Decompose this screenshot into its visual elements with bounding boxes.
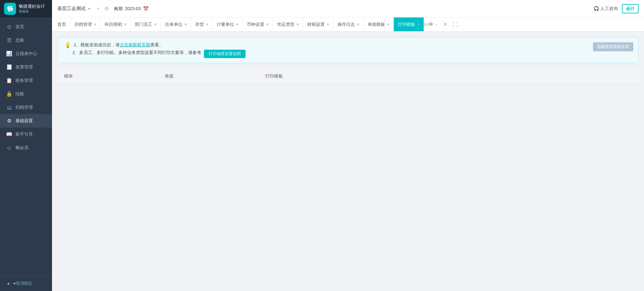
sidebar-label-checkout: 结账	[15, 91, 24, 97]
period-label: 账期	[114, 6, 123, 12]
pin-icon: ◄	[6, 281, 10, 286]
logo-name: 畅捷通好会计	[19, 4, 45, 9]
tab-close-inventory[interactable]: ×	[206, 22, 208, 27]
tab-operation-log[interactable]: 操作日志×	[333, 17, 364, 32]
settings-icon[interactable]: ⚙	[104, 6, 109, 12]
print-scene-button[interactable]: 打印场景设置说明	[204, 50, 246, 58]
ledger-icon: ☰	[6, 37, 12, 43]
tab-unit[interactable]: 计量单位×	[213, 17, 243, 32]
tab-currency[interactable]: 币种设置×	[243, 17, 273, 32]
tab-close-print-template[interactable]: ×	[417, 22, 420, 27]
tab-close-unit[interactable]: ×	[236, 22, 238, 27]
chevron-down-icon: ▾	[88, 6, 90, 11]
close-all-tabs-button[interactable]: ✕	[440, 17, 450, 32]
info-row-1: 💡 1、模板添加成功后，请 点击刷新新页面 查看。	[64, 42, 632, 48]
tab-subject-init[interactable]: 科目期初×	[101, 17, 131, 32]
tab-archive-mgmt[interactable]: 归档管理×	[70, 17, 101, 32]
info-panel: 💡 1、模板添加成功后，请 点击刷新新页面 查看。 2、多员工、多打印机、多种业…	[57, 37, 639, 63]
tab-label-single-template: 单据模板	[368, 21, 385, 28]
sidebar-item-invoice[interactable]: 🧾发票管理	[0, 60, 52, 74]
tab-close-subject-init[interactable]: ×	[124, 22, 126, 27]
sidebar: 畅 畅捷通好会计 旗舰版 ⊙首页☰总账📊云报表中心🧾发票管理📋税务管理🔒结账🗂归…	[0, 0, 52, 291]
tab-label-tax-settings: 财税设置	[307, 21, 325, 28]
sidebar-label-tax: 税务管理	[15, 78, 33, 84]
tab-close-dept-staff[interactable]: ×	[154, 22, 157, 27]
tab-close-archive-mgmt[interactable]: ×	[94, 22, 96, 27]
sidebar-item-archive[interactable]: 🗂归档管理	[0, 101, 52, 114]
info-row-2: 2、多员工、多打印机、多种业务类型设置不同打印方案等，请参考 打印场景设置说明	[72, 50, 632, 58]
tab-dept-staff[interactable]: 部门员工×	[131, 17, 161, 32]
tab-next-button[interactable]: ›	[432, 17, 440, 32]
sidebar-label-reports: 云报表中心	[15, 51, 37, 57]
main-area: 基层工会测试 ▾ ＋ ⚙ 账期 2023-03 📅 🎧 人工咨询 会计 首页归档…	[52, 0, 644, 291]
tab-label-dept-staff: 部门员工	[135, 21, 152, 28]
sidebar-item-reports[interactable]: 📊云报表中心	[0, 47, 52, 60]
tab-label-operation-log: 操作日志	[337, 21, 355, 28]
company-selector[interactable]: 基层工会测试 ▾	[57, 6, 90, 12]
tab-close-supplier[interactable]: ×	[184, 22, 187, 27]
tab-close-currency[interactable]: ×	[266, 22, 269, 27]
checkout-icon: 🔒	[6, 91, 12, 97]
home-icon: ⊙	[6, 24, 12, 30]
tab-label-subject-init: 科目期初	[105, 21, 122, 28]
content-wrapper: 隐藏预置模板设置 💡 1、模板添加成功后，请 点击刷新新页面 查看。 2、多员工…	[57, 37, 639, 84]
tab-prev-button[interactable]: &#�	[424, 17, 432, 32]
invoice-icon: 🧾	[6, 64, 12, 70]
sidebar-logo: 畅 畅捷通好会计 旗舰版	[0, 0, 52, 17]
content-area: 隐藏预置模板设置 💡 1、模板添加成功后，请 点击刷新新页面 查看。 2、多员工…	[52, 32, 644, 291]
sidebar-label-ledger: 总账	[15, 37, 24, 43]
tab-label-currency: 币种设置	[247, 21, 264, 28]
calendar-icon[interactable]: 📅	[143, 6, 149, 11]
sidebar-item-ledger[interactable]: ☰总账	[0, 34, 52, 47]
sidebar-item-home[interactable]: ⊙首页	[0, 20, 52, 34]
tab-close-tax-settings[interactable]: ×	[327, 22, 329, 27]
tab-label-print-template: 打印模板	[398, 21, 415, 28]
sidebar-item-member[interactable]: ◇畅会员	[0, 141, 52, 154]
period-display: 账期 2023-03 📅	[114, 6, 149, 12]
hide-preview-button[interactable]: 隐藏预置模板设置	[593, 42, 633, 51]
tab-close-single-template[interactable]: ×	[387, 22, 389, 27]
settings-icon: ⚙	[6, 118, 12, 124]
tab-print-template[interactable]: 打印模板×	[394, 17, 424, 32]
sidebar-item-tax[interactable]: 📋税务管理	[0, 74, 52, 87]
add-tab-button[interactable]: ＋	[96, 5, 101, 12]
sidebar-label-home: 首页	[15, 24, 24, 30]
tab-inventory[interactable]: 存货×	[191, 17, 213, 32]
tab-close-operation-log[interactable]: ×	[357, 22, 359, 27]
print-template-table: 模块 单据 打印模板	[57, 68, 639, 84]
refresh-link[interactable]: 点击刷新新页面	[120, 42, 150, 48]
tab-home[interactable]: 首页	[53, 17, 70, 32]
tabbar: 首页归档管理×科目期初×部门员工×往来单位×存货×计量单位×币种设置×凭证类型×…	[52, 17, 644, 32]
accountant-button[interactable]: 会计	[622, 4, 639, 13]
period-value: 2023-03	[125, 6, 141, 11]
cancel-pin-label: ◄取消固定	[12, 281, 32, 286]
tab-close-voucher-type[interactable]: ×	[297, 22, 299, 27]
support-button[interactable]: 🎧 人工咨询	[594, 6, 618, 12]
info-line2-prefix: 2、多员工、多打印机、多种业务类型设置不同打印方案等，请参考	[72, 50, 201, 56]
sidebar-menu: ⊙首页☰总账📊云报表中心🧾发票管理📋税务管理🔒结账🗂归档管理⚙基础设置📖新手引导…	[0, 17, 52, 276]
sidebar-label-guide: 新手引导	[15, 131, 33, 137]
company-name: 基层工会测试	[57, 6, 86, 12]
sidebar-label-member: 畅会员	[15, 145, 29, 151]
table-header: 模块 单据 打印模板	[57, 68, 639, 84]
sidebar-item-settings[interactable]: ⚙基础设置	[0, 114, 52, 128]
tab-voucher-type[interactable]: 凭证类型×	[273, 17, 303, 32]
topbar-actions: ＋ ⚙	[96, 5, 109, 12]
sidebar-item-guide[interactable]: 📖新手引导	[0, 128, 52, 141]
topbar: 基层工会测试 ▾ ＋ ⚙ 账期 2023-03 📅 🎧 人工咨询 会计	[52, 0, 644, 17]
tab-single-template[interactable]: 单据模板×	[364, 17, 394, 32]
expand-button[interactable]: ⛶	[450, 17, 460, 32]
tax-icon: 📋	[6, 78, 12, 84]
headset-icon: 🎧	[594, 6, 599, 11]
tab-label-archive-mgmt: 归档管理	[74, 21, 92, 28]
tab-label-inventory: 存货	[195, 21, 204, 28]
sidebar-item-checkout[interactable]: 🔒结账	[0, 87, 52, 101]
bulb-icon: 💡	[64, 42, 71, 48]
tab-tax-settings[interactable]: 财税设置×	[303, 17, 333, 32]
logo-sub: 旗舰版	[19, 9, 45, 14]
tab-supplier[interactable]: 往来单位×	[161, 17, 191, 32]
support-label: 人工咨询	[600, 6, 618, 12]
cancel-pin-button[interactable]: ◄ ◄取消固定	[0, 276, 52, 291]
tab-label-supplier: 往来单位	[165, 21, 182, 28]
info-line1-suffix: 查看。	[150, 42, 163, 48]
